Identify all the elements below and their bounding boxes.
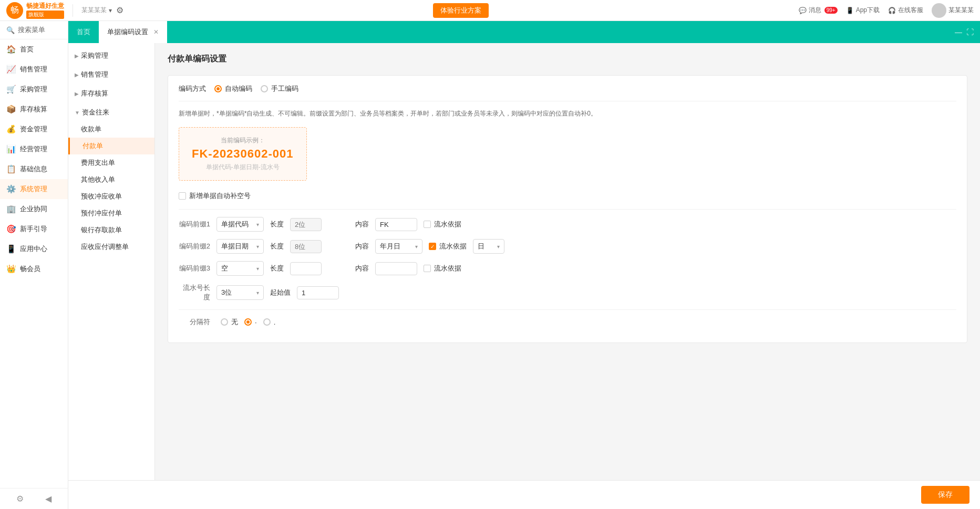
- sidebar-item-enterprise[interactable]: 🏢 企业协同: [0, 199, 68, 219]
- tab-minimize-icon[interactable]: —: [955, 28, 962, 36]
- prefix2-arrow-icon: ▾: [256, 244, 259, 250]
- sep-dot1-radio[interactable]: ·: [244, 318, 257, 326]
- online-service-label: 在线客服: [898, 6, 923, 15]
- sec-nav-sales-title[interactable]: ▶ 销售管理: [68, 66, 154, 83]
- serial-length-select[interactable]: 3位 ▾: [216, 285, 264, 300]
- sidebar-item-system[interactable]: ⚙️ 系统管理: [0, 179, 68, 199]
- search-menu[interactable]: 🔍 搜索菜单: [0, 21, 68, 39]
- collapse-icon[interactable]: ◀: [45, 494, 51, 504]
- sidebar-item-purchase[interactable]: 🛒 采购管理: [0, 79, 68, 99]
- prefix2-watermark-checkbox[interactable]: ✓: [429, 243, 436, 250]
- sec-nav-item-other-income[interactable]: 其他收入单: [68, 171, 154, 188]
- topbar-left: 畅 畅捷通好生意 旗舰版 某某某某 ▾ ⚙: [6, 2, 123, 19]
- workspace-name: 某某某某: [81, 6, 107, 15]
- system-icon: ⚙️: [6, 184, 16, 194]
- sec-nav-item-bank[interactable]: 银行存取款单: [68, 222, 154, 238]
- sec-nav-item-expense-label: 费用支出单: [81, 159, 115, 167]
- username-label: 某某某某: [948, 6, 974, 15]
- radio-manual[interactable]: 手工编码: [261, 84, 298, 94]
- operations-icon: 📊: [6, 144, 16, 154]
- sec-nav-item-expense[interactable]: 费用支出单: [68, 154, 154, 171]
- prefix3-watermark-checkbox[interactable]: [424, 265, 431, 272]
- tab-actions: — ⛶: [955, 28, 980, 36]
- prefix2-label: 编码前缀2: [179, 242, 210, 251]
- sidebar-item-apps[interactable]: 📱 应用中心: [0, 239, 68, 259]
- sidebar-item-home[interactable]: 🏠 首页: [0, 39, 68, 59]
- encoding-section: 编码方式 自动编码 手工编码: [168, 75, 967, 343]
- prefix1-length-input[interactable]: [290, 218, 322, 231]
- settings-icon[interactable]: ⚙: [116, 5, 123, 15]
- prefix2-watermark-arrow-icon: ▾: [497, 244, 500, 250]
- sidebar: 🔍 搜索菜单 🏠 首页 📈 销售管理 🛒 采购管理 📦 库存核算 💰: [0, 21, 68, 509]
- prefix2-watermark-select[interactable]: 日 ▾: [473, 239, 504, 254]
- prefix2-content-value: 年月日: [380, 242, 400, 251]
- industry-btn[interactable]: 体验行业方案: [433, 3, 489, 18]
- sidebar-item-operations[interactable]: 📊 经营管理: [0, 139, 68, 159]
- sidebar-item-label: 采购管理: [20, 85, 47, 94]
- sidebar-item-inventory[interactable]: 📦 库存核算: [0, 99, 68, 119]
- sec-nav-inventory-label: 库存核算: [81, 89, 108, 98]
- sidebar-item-label: 基础信息: [20, 164, 47, 174]
- prefix3-arrow-icon: ▾: [256, 266, 259, 272]
- prefix3-select[interactable]: 空 ▾: [216, 261, 264, 276]
- sidebar-item-finance[interactable]: 💰 资金管理: [0, 119, 68, 139]
- sec-nav-finance-title[interactable]: ▼ 资金往来: [68, 104, 154, 121]
- prefix2-length-input[interactable]: [290, 240, 322, 253]
- encoding-mode-radios: 自动编码 手工编码: [214, 84, 298, 94]
- start-value-input[interactable]: [297, 286, 339, 299]
- sec-nav-sales-label: 销售管理: [81, 70, 108, 79]
- sec-nav-item-adjust[interactable]: 应收应付调整单: [68, 238, 154, 255]
- logo: 畅 畅捷通好生意 旗舰版: [6, 2, 64, 19]
- sec-nav-item-advance-payment[interactable]: 预付冲应付单: [68, 205, 154, 222]
- finance-icon: 💰: [6, 124, 16, 134]
- encoding-mode-label: 编码方式: [179, 84, 206, 94]
- separator-label: 分隔符: [179, 317, 210, 327]
- prefix1-select[interactable]: 单据代码 ▾: [216, 217, 264, 232]
- sep-none-circle: [221, 318, 228, 326]
- auto-fill-checkbox[interactable]: [179, 192, 186, 200]
- hint-text: 新增单据时，*单据编码*自动生成、不可编辑。前缀设置为部门、业务员等档案类，开单…: [179, 109, 956, 119]
- page-title: 付款单编码设置: [168, 54, 967, 65]
- message-item[interactable]: 💬 消息 99+: [799, 6, 838, 15]
- sidebar-item-label: 销售管理: [20, 65, 47, 74]
- prefix1-content-input[interactable]: [375, 218, 417, 231]
- prefix3-length-label: 长度: [270, 264, 284, 273]
- sidebar-item-newbie[interactable]: 🎯 新手引导: [0, 219, 68, 239]
- sec-nav-item-receipt[interactable]: 收款单: [68, 121, 154, 138]
- sec-nav-item-advance-receipt[interactable]: 预收冲应收单: [68, 188, 154, 205]
- prefix1-row: 编码前缀1 单据代码 ▾ 长度 ▾ 内容: [179, 217, 956, 232]
- user-avatar[interactable]: 某某某某: [932, 3, 974, 18]
- tab-maximize-icon[interactable]: ⛶: [966, 28, 974, 36]
- prefix3-content-input[interactable]: [375, 262, 417, 275]
- sec-nav-inventory-title[interactable]: ▶ 库存核算: [68, 85, 154, 102]
- workspace-dropdown[interactable]: 某某某某 ▾: [81, 6, 112, 15]
- prefix1-watermark-checkbox[interactable]: [424, 221, 431, 228]
- tab-close-icon[interactable]: ✕: [153, 28, 159, 36]
- inventory-icon: 📦: [6, 105, 16, 114]
- prefix3-length-input[interactable]: [290, 262, 322, 275]
- encoding-mode-row: 编码方式 自动编码 手工编码: [179, 84, 956, 101]
- sec-nav-item-payment[interactable]: 付款单: [68, 138, 154, 154]
- sidebar-item-sales[interactable]: 📈 销售管理: [0, 59, 68, 79]
- prefix2-watermark-check: ✓ 流水依据: [429, 242, 467, 251]
- sidebar-item-basic[interactable]: 📋 基础信息: [0, 159, 68, 179]
- tab-home[interactable]: 首页: [68, 21, 99, 43]
- prefix2-select[interactable]: 单据日期 ▾: [216, 239, 264, 254]
- sep-dot2-radio[interactable]: .: [263, 318, 276, 326]
- sidebar-item-member[interactable]: 👑 畅会员: [0, 259, 68, 279]
- radio-auto[interactable]: 自动编码: [214, 84, 252, 94]
- service-icon: 🎧: [888, 7, 896, 14]
- app-download-item[interactable]: 📱 App下载: [846, 6, 880, 15]
- sep-dot2-circle: [263, 318, 271, 326]
- sep-none-radio[interactable]: 无: [221, 317, 238, 327]
- save-button[interactable]: 保存: [921, 486, 969, 504]
- online-service-item[interactable]: 🎧 在线客服: [888, 6, 923, 15]
- settings-footer-icon[interactable]: ⚙: [16, 494, 24, 504]
- tab-encoding-settings[interactable]: 单据编码设置 ✕: [99, 21, 167, 43]
- serial-row: 流水号长度 3位 ▾ 起始值: [179, 283, 956, 302]
- prefix2-content-select[interactable]: 年月日 ▾: [375, 239, 422, 254]
- sec-nav-purchase-title[interactable]: ▶ 采购管理: [68, 47, 154, 64]
- sidebar-nav: 🏠 首页 📈 销售管理 🛒 采购管理 📦 库存核算 💰 资金管理 📊 经: [0, 39, 68, 488]
- arrow-expanded-icon: ▼: [75, 110, 80, 116]
- sec-nav-purchase-label: 采购管理: [81, 51, 108, 60]
